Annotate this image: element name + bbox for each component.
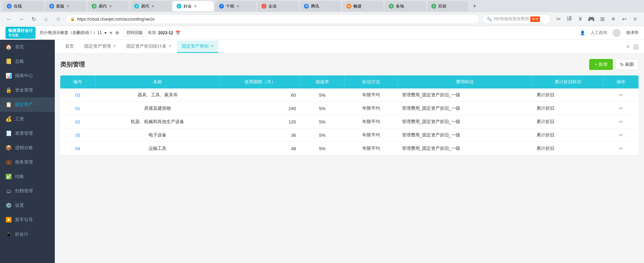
browser-tab-yidai1[interactable]: 易 易代 ✕ xyxy=(88,1,129,11)
cell-residual: 5% xyxy=(300,129,344,142)
browser-tab-gedi[interactable]: 各 各地 xyxy=(385,1,426,11)
cut-tool-button[interactable]: ✂ xyxy=(554,14,563,24)
sidebar-item-home[interactable]: 🏠 首页 xyxy=(0,40,55,54)
home-button[interactable]: ⌂ xyxy=(41,14,51,24)
tab-close-yidai2[interactable]: ✕ xyxy=(151,4,154,9)
sidebar-item-funds[interactable]: 🔒 资金管理 xyxy=(0,83,55,97)
cell-code[interactable]: 04 xyxy=(60,142,95,155)
sidebar-item-settle[interactable]: ✅ 结账 xyxy=(0,169,55,184)
menu-button[interactable]: ≡ xyxy=(630,14,640,24)
browser-tab-xinban[interactable]: 新 新版 ✕ xyxy=(45,1,86,11)
refresh-icon: ↻ xyxy=(620,62,624,67)
tab-depreciation[interactable]: 固定资产折旧统计表 ✕ xyxy=(122,40,176,53)
calendar-icon[interactable]: 📅 xyxy=(175,31,180,35)
dropdown-icon[interactable]: ▾ xyxy=(104,31,106,35)
ssl-lock-icon: 🔒 xyxy=(70,17,75,21)
edit-icon[interactable]: ✏ xyxy=(619,132,623,138)
cell-code[interactable]: 01 xyxy=(60,102,95,115)
tab-category-close[interactable]: ✕ xyxy=(211,44,214,48)
cell-residual: 5% xyxy=(300,102,344,115)
browser-tab-zaixin[interactable]: 在 在线 xyxy=(3,1,44,11)
tab-category[interactable]: 固定资产类别 ✕ xyxy=(177,40,218,53)
address-bar[interactable]: 🔒 https://cloud.chanjet.com/accounting/u… xyxy=(66,14,480,24)
tab-close-yidai1[interactable]: ✕ xyxy=(109,4,112,9)
back-button[interactable]: ← xyxy=(4,14,14,24)
sidebar-label-archive: 归档管理 xyxy=(15,188,33,194)
tab-home[interactable]: 首页 xyxy=(60,40,79,53)
edit-icon[interactable]: ✏ xyxy=(619,106,623,111)
guide-icon: ▶️ xyxy=(5,217,12,223)
sidebar-item-assets[interactable]: 📋 固定资产 xyxy=(0,97,55,112)
archive-icon: 🗂 xyxy=(5,188,12,194)
sun-button[interactable]: ☀ xyxy=(608,14,618,24)
edit-icon[interactable]: ✏ xyxy=(619,119,623,124)
search-bar[interactable]: 🔍 360智能抠图免费用 热搜 xyxy=(482,14,551,24)
browser-tab-tengxun[interactable]: 腾 腾讯 xyxy=(300,1,341,11)
tab-close-geshui[interactable]: ✕ xyxy=(236,4,239,9)
sidebar-item-invoice[interactable]: 🧾 发票管理 xyxy=(0,126,55,141)
add-account-btn[interactable]: + xyxy=(109,30,112,36)
refresh-page-button[interactable]: ↻ 刷新 xyxy=(616,59,639,70)
tab-favicon-qiye: 企 xyxy=(262,4,266,9)
cell-name: 机器、机械和其他生产设备 xyxy=(95,115,220,129)
table-row: 05 电子设备 36 5% 年限平均 管理费用_固定资产折旧_一级 累计折旧 ✏ xyxy=(60,129,639,142)
sidebar-item-ledger[interactable]: 📒 总账 xyxy=(0,54,55,69)
sidebar-item-inout[interactable]: 📦 进销台账 xyxy=(0,141,55,155)
cell-actions: ✏ xyxy=(604,102,639,115)
table-row: 03 器具、工具、家具等 60 5% 年限平均 管理费用_固定资产折旧_一级 累… xyxy=(60,88,639,102)
browser-tab-muqian[interactable]: 目 目前 xyxy=(427,1,468,11)
browser-tab-label: 个税 xyxy=(226,3,234,9)
payroll-icon: 💰 xyxy=(5,116,12,122)
tab-close-haohui[interactable]: ✕ xyxy=(194,4,197,9)
cell-name: 电子设备 xyxy=(95,129,220,142)
settings-gear-icon[interactable]: ⚙ xyxy=(115,31,119,35)
cell-code[interactable]: 05 xyxy=(60,129,95,142)
browser-tab-qiye[interactable]: 企 企业 xyxy=(257,1,299,11)
layout-button[interactable]: ⊞ xyxy=(597,14,607,24)
browser-tab-geshui[interactable]: 个 个税 ✕ xyxy=(215,1,256,11)
sidebar-item-report[interactable]: 📊 报表中心 xyxy=(0,69,55,83)
table-row: 04 运输工具 48 5% 年限平均 管理费用_固定资产折旧_一级 累计折旧 ✏ xyxy=(60,142,639,155)
tab-window-maximize[interactable]: ⬜ xyxy=(633,44,639,49)
tab-window-close[interactable]: ✕ xyxy=(626,44,630,49)
game-button[interactable]: 🎮 xyxy=(586,14,596,24)
browser-tab-changjie[interactable]: 畅 畅捷 xyxy=(342,1,383,11)
sidebar-item-guide[interactable]: ▶️ 新手引导 xyxy=(0,213,55,227)
tab-assets-mgmt-close[interactable]: ✕ xyxy=(113,44,116,48)
currency-button[interactable]: ¥ xyxy=(576,14,585,24)
bookmark-button[interactable]: ☆ xyxy=(53,14,63,24)
sidebar-item-archive[interactable]: 🗂 归档管理 xyxy=(0,184,55,198)
cell-code[interactable]: 03 xyxy=(60,88,95,102)
refresh-button[interactable]: ↻ xyxy=(29,14,38,24)
browser-tab-yidai2[interactable]: 易 易代 ✕ xyxy=(130,1,171,11)
browser-tab-haohui[interactable]: 好 好会 ✕ xyxy=(173,1,214,11)
title-actions: + 新增 ↻ 刷新 xyxy=(589,59,639,70)
page-content: 类别管理 + 新增 ↻ 刷新 编号 名称 xyxy=(55,53,644,263)
page-tab-bar: 首页 固定资产管理 ✕ 固定资产折旧统计表 ✕ 固定资产类别 ✕ ✕ ⬜ xyxy=(55,40,644,53)
new-tab-button[interactable]: + xyxy=(470,1,479,11)
browser-tab-label: 好会 xyxy=(184,3,192,9)
translate-button[interactable]: 译 xyxy=(565,14,574,24)
sidebar-item-payroll[interactable]: 💰 工资 xyxy=(0,112,55,126)
help-label[interactable]: 人工咨询 xyxy=(591,30,607,36)
tab-favicon-gedi: 各 xyxy=(389,4,394,9)
tab-depreciation-close[interactable]: ✕ xyxy=(168,44,172,48)
url-text: https://cloud.chanjet.com/accounting/uw1… xyxy=(77,17,154,22)
sidebar-item-more[interactable]: 📱 好会计 xyxy=(0,227,55,241)
sidebar-item-settings[interactable]: ⚙️ 设置 xyxy=(0,198,55,213)
forward-button[interactable]: → xyxy=(16,14,26,24)
switch-old-version-btn[interactable]: 切到旧版 xyxy=(123,29,146,37)
cell-name: 运输工具 xyxy=(95,142,220,155)
sidebar-item-tax[interactable]: 💼 税务管理 xyxy=(0,155,55,169)
add-button[interactable]: + 新增 xyxy=(589,59,613,70)
tab-assets-mgmt[interactable]: 固定资产管理 ✕ xyxy=(79,40,121,53)
tab-close-xinban[interactable]: ✕ xyxy=(66,4,70,9)
edit-icon[interactable]: ✏ xyxy=(619,92,623,98)
cell-expense: 管理费用_固定资产折旧_一级 xyxy=(398,102,532,115)
edit-icon[interactable]: ✏ xyxy=(619,146,623,151)
browser-chrome: 在 在线 新 新版 ✕ 易 易代 ✕ 易 易代 ✕ 好 好会 ✕ 个 个税 ✕ … xyxy=(0,0,644,12)
browser-tab-label: 易代 xyxy=(141,3,149,9)
sidebar-label-invoice: 发票管理 xyxy=(15,130,33,136)
undo-button[interactable]: ↩ xyxy=(619,14,629,24)
cell-code[interactable]: 02 xyxy=(60,115,95,129)
